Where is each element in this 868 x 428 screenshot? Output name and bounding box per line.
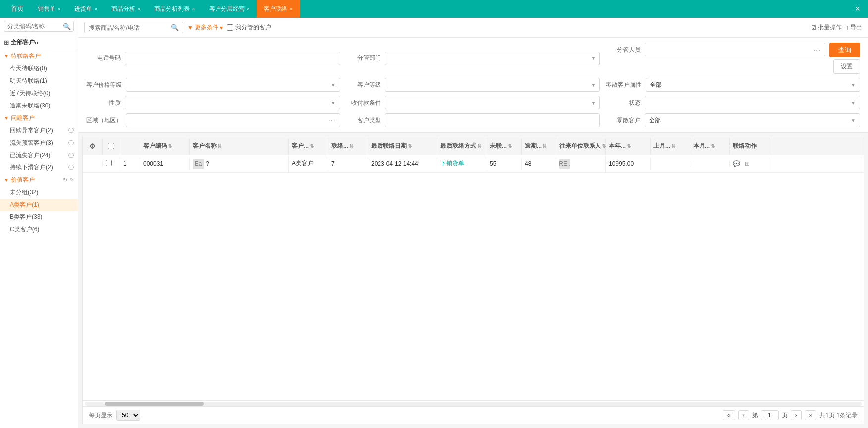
th-contact[interactable]: 联络... ⇅ bbox=[328, 138, 368, 154]
td-index: 1 bbox=[120, 158, 140, 170]
nav-product-analysis-close[interactable]: × bbox=[137, 6, 140, 12]
select-all-checkbox[interactable] bbox=[108, 143, 114, 149]
sidebar-item-overdue[interactable]: 逾期未联络(30) bbox=[0, 100, 78, 112]
customer-name-cell: Ea ? bbox=[193, 159, 285, 169]
query-button[interactable]: 查询 bbox=[829, 43, 860, 57]
my-customers-check[interactable] bbox=[227, 24, 233, 31]
sidebar-item-today[interactable]: 今天待联络(0) bbox=[0, 62, 78, 75]
th-this-month[interactable]: 本月... ⇅ bbox=[690, 138, 730, 154]
edit-group-icon[interactable]: ✎ bbox=[69, 177, 74, 183]
comment-icon[interactable]: 💬 bbox=[733, 160, 740, 167]
td-this-month-val bbox=[690, 161, 730, 167]
filter-customer-grade-select[interactable]: ▼ bbox=[385, 78, 600, 92]
sidebar-item-abnormal[interactable]: 回购异常客户(2) ⓘ bbox=[0, 124, 78, 137]
filter-region-input[interactable]: ··· bbox=[126, 113, 340, 127]
nav-product-analysis-list[interactable]: 商品分析列表 × bbox=[147, 0, 202, 18]
sidebar-group-pending[interactable]: ▼ 待联络客户 bbox=[0, 50, 78, 62]
grid-action-icon[interactable]: ⊞ bbox=[745, 160, 750, 167]
table-body: 1 000031 Ea ? A类客户 7 2023-04-12 14:44: 下… bbox=[83, 155, 864, 400]
th-check[interactable] bbox=[103, 139, 120, 153]
sidebar-item-warning[interactable]: 流失预警客户(3) ⓘ bbox=[0, 137, 78, 149]
filter-customer-type-input[interactable] bbox=[385, 113, 600, 127]
export-icon: ↑ bbox=[846, 24, 849, 31]
sort-icon-last-date: ⇅ bbox=[408, 143, 412, 149]
sidebar-item-lost[interactable]: 已流失客户(24) ⓘ bbox=[0, 149, 78, 161]
data-table: ⚙ 客户编码 ⇅ 客户名称 ⇅ 客户... ⇅ bbox=[82, 137, 864, 424]
horizontal-scrollbar[interactable] bbox=[83, 400, 864, 406]
sidebar-item-tomorrow[interactable]: 明天待联络(1) bbox=[0, 75, 78, 87]
sidebar-item-c-class[interactable]: C类客户(6) bbox=[0, 223, 78, 236]
close-window-button[interactable]: × bbox=[851, 4, 864, 14]
filter-nature: 性质 ▼ bbox=[86, 96, 340, 109]
prev-page-button[interactable]: ‹ bbox=[738, 410, 749, 420]
sidebar-all-customers[interactable]: ⊞ 全部客户 ‹‹ bbox=[0, 35, 78, 50]
filter-retail-attr-select[interactable]: 全部▼ bbox=[646, 78, 860, 92]
export-button[interactable]: ↑ 导出 bbox=[846, 23, 862, 32]
nav-customer-contact-close[interactable]: × bbox=[289, 6, 292, 12]
sidebar-item-no-group[interactable]: 未分组(32) bbox=[0, 186, 78, 199]
per-page-select[interactable]: 50 bbox=[116, 410, 140, 421]
next-page-button[interactable]: › bbox=[791, 410, 802, 420]
filter-dept-select[interactable]: ▼ bbox=[385, 52, 600, 65]
settings-gear-icon[interactable]: ⚙ bbox=[89, 142, 96, 150]
page-number-input[interactable] bbox=[761, 410, 779, 420]
filter-payment-select[interactable]: ▼ bbox=[385, 96, 600, 109]
th-last-date[interactable]: 最后联络日期 ⇅ bbox=[368, 138, 437, 154]
info-icon-1: ⓘ bbox=[68, 127, 74, 134]
th-company-contact[interactable]: 往来单位联系人 ⇅ bbox=[556, 138, 606, 154]
nav-product-analysis-list-close[interactable]: × bbox=[192, 6, 195, 12]
sidebar-item-declining[interactable]: 持续下滑客户(2) ⓘ bbox=[0, 161, 78, 174]
th-code[interactable]: 客户编码 ⇅ bbox=[140, 138, 190, 154]
last-page-button[interactable]: » bbox=[805, 410, 817, 420]
th-type[interactable]: 客户... ⇅ bbox=[289, 138, 328, 154]
sidebar-item-7days[interactable]: 近7天待联络(0) bbox=[0, 87, 78, 100]
filter-retail-customer-label: 零散客户 bbox=[606, 116, 641, 125]
th-last-month[interactable]: 上月... ⇅ bbox=[651, 138, 690, 154]
filter-status-select[interactable]: ▼ bbox=[645, 96, 860, 109]
sidebar-item-b-class[interactable]: B类客户(33) bbox=[0, 211, 78, 223]
nav-sales[interactable]: 销售单 × bbox=[31, 0, 67, 18]
th-last-method[interactable]: 最后联络方式 ⇅ bbox=[437, 138, 487, 154]
nav-sales-close[interactable]: × bbox=[57, 6, 60, 12]
filter-nature-select[interactable]: ▼ bbox=[125, 96, 340, 109]
td-check[interactable] bbox=[103, 157, 120, 171]
th-settings[interactable]: ⚙ bbox=[83, 138, 103, 154]
filter-retail-attr: 零散客户属性 全部▼ bbox=[606, 78, 860, 92]
nav-customer-tier[interactable]: 客户分层经营 × bbox=[202, 0, 257, 18]
my-customers-checkbox[interactable]: 我分管的客户 bbox=[227, 23, 271, 32]
search-button[interactable]: 🔍 bbox=[171, 24, 179, 31]
sort-icon-type: ⇅ bbox=[310, 143, 314, 149]
settings-button[interactable]: 设置 bbox=[833, 59, 860, 74]
more-conditions-button[interactable]: ▼ 更多条件 ▾ bbox=[187, 23, 223, 32]
first-page-button[interactable]: « bbox=[723, 410, 735, 420]
nav-home[interactable]: 首页 bbox=[4, 0, 31, 18]
filter-manager-input[interactable]: ··· bbox=[645, 43, 825, 56]
search-input[interactable] bbox=[89, 24, 171, 31]
filter-price-grade-select[interactable]: ▼ bbox=[126, 78, 340, 92]
filter-retail-customer-select[interactable]: 全部▼ bbox=[645, 113, 860, 127]
batch-op-button[interactable]: ☑ 批量操作 bbox=[811, 23, 842, 32]
scrollbar-thumb[interactable] bbox=[105, 402, 204, 406]
td-contact: 7 bbox=[328, 158, 368, 170]
th-no-contact[interactable]: 未联... ⇅ bbox=[487, 138, 522, 154]
th-this-year[interactable]: 本年... ⇅ bbox=[606, 138, 651, 154]
th-index bbox=[120, 142, 140, 150]
sidebar-item-a-class[interactable]: A类客户(1) bbox=[0, 199, 78, 211]
th-name[interactable]: 客户名称 ⇅ bbox=[190, 138, 289, 154]
nav-product-analysis[interactable]: 商品分析 × bbox=[105, 0, 147, 18]
arrow-icon-2: ▼ bbox=[4, 115, 9, 121]
scrollbar-track[interactable] bbox=[85, 402, 862, 406]
td-last-method[interactable]: 下销货单 bbox=[437, 157, 487, 171]
nav-customer-tier-close[interactable]: × bbox=[247, 6, 250, 12]
nav-purchase[interactable]: 进货单 × bbox=[67, 0, 104, 18]
th-overdue[interactable]: 逾期... ⇅ bbox=[522, 138, 556, 154]
sidebar-group-problem[interactable]: ▼ 问题客户 bbox=[0, 112, 78, 124]
nav-purchase-close[interactable]: × bbox=[94, 6, 97, 12]
filter-phone-input[interactable] bbox=[125, 52, 340, 65]
filter-customer-type-label: 客户类型 bbox=[346, 116, 381, 125]
nav-customer-contact[interactable]: 客户联络 × bbox=[257, 0, 299, 18]
row-checkbox[interactable] bbox=[106, 160, 112, 166]
sidebar-group-value[interactable]: ▼ 价值客户 ↻ ✎ bbox=[0, 174, 78, 186]
sidebar-search-icon[interactable]: 🔍 bbox=[63, 23, 71, 30]
refresh-icon[interactable]: ↻ bbox=[63, 177, 67, 183]
